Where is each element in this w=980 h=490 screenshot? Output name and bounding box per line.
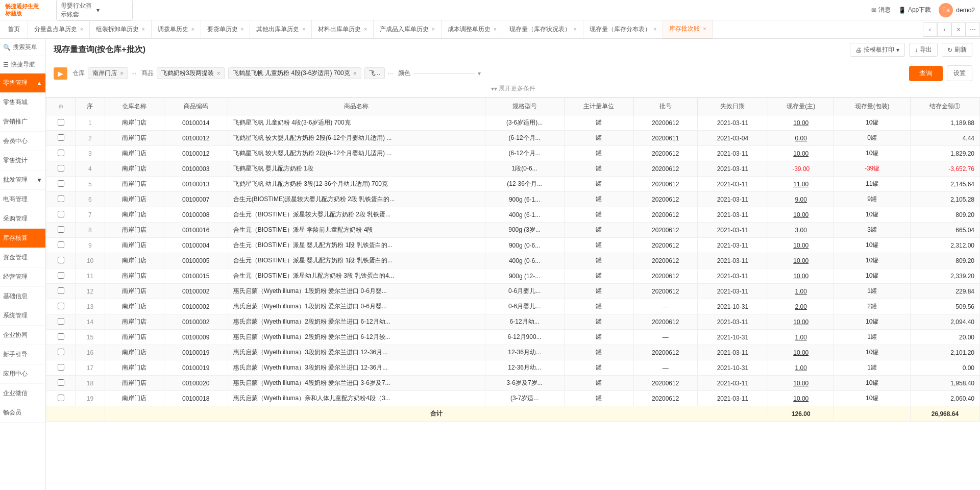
- tab-prev-btn[interactable]: ‹: [923, 22, 937, 37]
- row-checkbox-cell[interactable]: [46, 330, 76, 345]
- row-qty-main[interactable]: 10.00: [768, 391, 834, 406]
- row-checkbox-cell[interactable]: [46, 268, 76, 284]
- row-checkbox[interactable]: [58, 226, 64, 233]
- row-checkbox-cell[interactable]: [46, 360, 76, 376]
- query-button[interactable]: 查询: [909, 66, 943, 81]
- row-checkbox-cell[interactable]: [46, 223, 76, 238]
- sidebar-item-member[interactable]: 会员中心: [0, 132, 45, 151]
- sidebar-item-basic[interactable]: 基础信息: [0, 287, 45, 306]
- row-qty-main[interactable]: 2.00: [768, 299, 834, 314]
- row-checkbox[interactable]: [58, 165, 64, 172]
- user-area[interactable]: Ea demo2: [939, 3, 975, 17]
- row-checkbox-cell[interactable]: [46, 299, 76, 314]
- row-checkbox[interactable]: [58, 211, 64, 217]
- remove-product1-icon[interactable]: ×: [217, 70, 220, 77]
- tab-query-single[interactable]: 调拨单历史 ×: [152, 20, 201, 39]
- close-icon[interactable]: ×: [574, 27, 577, 32]
- tab-disassemble[interactable]: 组装拆卸单历史 ×: [90, 20, 152, 39]
- close-icon[interactable]: ×: [142, 27, 145, 32]
- tab-product-in[interactable]: 产成品入库单历史 ×: [374, 20, 442, 39]
- row-checkbox-cell[interactable]: [46, 391, 76, 406]
- export-button[interactable]: ↓ 导出: [909, 43, 938, 57]
- filter-expand-btn[interactable]: ▶: [54, 67, 67, 80]
- row-qty-main[interactable]: 10.00: [768, 207, 834, 223]
- expand-more-btn[interactable]: ▾▾ 展开更多条件: [491, 84, 535, 93]
- tab-batch-account[interactable]: 库存批次账 ×: [663, 20, 713, 39]
- row-qty-main[interactable]: 10.00: [768, 314, 834, 330]
- close-icon[interactable]: ×: [302, 27, 305, 32]
- row-checkbox[interactable]: [58, 379, 64, 386]
- row-qty-main[interactable]: 1.00: [768, 330, 834, 345]
- settings-col-header[interactable]: ⚙: [46, 98, 76, 115]
- tab-inventory-dist[interactable]: 现存量（库存分布表） ×: [583, 20, 664, 39]
- row-qty-main[interactable]: 9.00: [768, 192, 834, 207]
- refresh-button[interactable]: ↻ 刷新: [942, 43, 972, 57]
- tab-close-btn[interactable]: ×: [951, 22, 966, 37]
- close-icon[interactable]: ×: [654, 27, 657, 32]
- row-checkbox[interactable]: [58, 195, 64, 202]
- row-checkbox[interactable]: [58, 272, 64, 279]
- row-checkbox[interactable]: [58, 241, 64, 248]
- setting-button[interactable]: 设置: [947, 65, 972, 81]
- row-qty-main[interactable]: 10.00: [768, 146, 834, 161]
- sidebar-item-purchase[interactable]: 采购管理: [0, 209, 45, 229]
- sidebar-item-wholesale[interactable]: 批发管理 ▼: [0, 170, 45, 190]
- row-checkbox-cell[interactable]: [46, 161, 76, 177]
- sidebar-item-retail[interactable]: 零售管理 ▲: [0, 74, 45, 93]
- row-checkbox-cell[interactable]: [46, 115, 76, 131]
- row-checkbox[interactable]: [58, 349, 64, 355]
- row-checkbox-cell[interactable]: [46, 146, 76, 161]
- row-qty-main[interactable]: 10.00: [768, 115, 834, 131]
- row-checkbox-cell[interactable]: [46, 284, 76, 299]
- row-qty-main[interactable]: 10.00: [768, 253, 834, 268]
- tab-more-btn[interactable]: ⋯: [966, 22, 980, 37]
- store-selector[interactable]: 母婴行业演示账套 ▾: [56, 0, 133, 21]
- row-checkbox-cell[interactable]: [46, 238, 76, 253]
- row-checkbox[interactable]: [58, 257, 64, 263]
- tab-split-inventory[interactable]: 分量盘点单历史 ×: [28, 20, 90, 39]
- row-qty-main[interactable]: 10.00: [768, 376, 834, 391]
- row-checkbox[interactable]: [58, 364, 64, 371]
- app-download-btn[interactable]: 📱 App下载: [898, 6, 931, 14]
- row-qty-main[interactable]: 10.00: [768, 268, 834, 284]
- sidebar-item-system[interactable]: 系统管理: [0, 306, 45, 326]
- product-tag-2[interactable]: 飞鹤星飞帆 儿童奶粉 4段(3-6岁适用) 700克 ×: [228, 67, 361, 79]
- tab-other-out[interactable]: 其他出库单历史 ×: [250, 20, 312, 39]
- sidebar-item-retail-stats[interactable]: 零售统计: [0, 151, 45, 170]
- tab-cost-adjust[interactable]: 成本调整单历史 ×: [442, 20, 503, 39]
- tab-purchase-order[interactable]: 要货单历史 ×: [201, 20, 251, 39]
- tab-inventory-status[interactable]: 现存量（库存状况表） ×: [503, 20, 583, 39]
- sidebar-quick-nav[interactable]: ☰ 快捷导航: [0, 56, 45, 74]
- warehouse-tag[interactable]: 南岸门店 ×: [88, 67, 128, 79]
- product-tag-3[interactable]: 飞...: [364, 67, 385, 79]
- row-qty-main[interactable]: 10.00: [768, 345, 834, 360]
- sidebar-item-guide[interactable]: 新手引导: [0, 345, 45, 364]
- row-checkbox-cell[interactable]: [46, 314, 76, 330]
- row-checkbox-cell[interactable]: [46, 376, 76, 391]
- row-checkbox[interactable]: [58, 318, 64, 325]
- row-checkbox[interactable]: [58, 150, 64, 156]
- sidebar-item-member2[interactable]: 畅会员: [0, 403, 45, 423]
- more-warehouses-btn[interactable]: ···: [131, 70, 136, 77]
- row-checkbox-cell[interactable]: [46, 131, 76, 146]
- message-btn[interactable]: ✉ 消息: [871, 6, 891, 14]
- row-checkbox[interactable]: [58, 287, 64, 294]
- close-icon[interactable]: ×: [241, 27, 244, 32]
- row-checkbox[interactable]: [58, 395, 64, 401]
- row-qty-main[interactable]: 11.00: [768, 177, 834, 192]
- row-qty-main[interactable]: 1.00: [768, 360, 834, 376]
- sidebar-item-finance[interactable]: 资金管理: [0, 248, 45, 267]
- tab-home[interactable]: 首页: [0, 20, 28, 39]
- close-icon[interactable]: ×: [494, 27, 497, 32]
- product-tag-1[interactable]: 飞鹤奶粉3段两提装 ×: [157, 67, 225, 79]
- close-icon[interactable]: ×: [703, 26, 706, 32]
- sidebar-item-retail-shop[interactable]: 零售商城: [0, 93, 45, 112]
- row-checkbox-cell[interactable]: [46, 207, 76, 223]
- row-checkbox-cell[interactable]: [46, 345, 76, 360]
- row-checkbox[interactable]: [58, 303, 64, 309]
- sidebar-item-operations[interactable]: 经营管理: [0, 267, 45, 287]
- more-products-btn[interactable]: ···: [388, 70, 393, 77]
- row-checkbox[interactable]: [58, 180, 64, 187]
- row-checkbox[interactable]: [58, 134, 64, 141]
- sidebar-item-marketing[interactable]: 营销推广: [0, 112, 45, 132]
